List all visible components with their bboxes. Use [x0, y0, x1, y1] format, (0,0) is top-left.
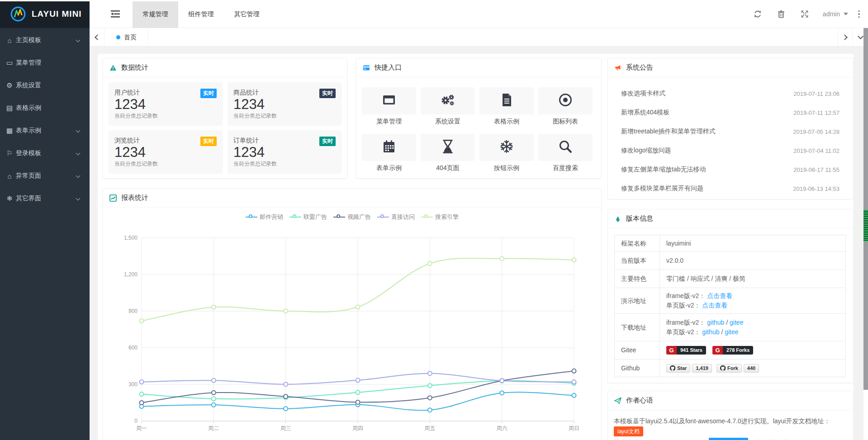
- tabs-scroll-left[interactable]: [90, 28, 104, 47]
- github-count[interactable]: 1,419: [692, 364, 712, 373]
- legend-marker: [377, 214, 389, 220]
- report-chart: 03006009001,2001,500周一周二周三周四周五周六周日: [103, 220, 602, 440]
- svg-text:周六: 周六: [497, 425, 508, 431]
- quick-search-button[interactable]: [538, 134, 593, 161]
- sidebar-item-5[interactable]: ▦ 表单示例: [0, 119, 90, 142]
- chevron-down-icon: [76, 196, 81, 201]
- version-row-2: 当前版本v2.0.0: [615, 252, 846, 270]
- logo[interactable]: LAYUI MINI: [0, 0, 90, 28]
- version-label: 下载地址: [615, 314, 660, 341]
- quick-label: 404页面: [421, 164, 475, 172]
- stat-value: 1234: [233, 147, 336, 158]
- github-count[interactable]: 440: [744, 364, 759, 373]
- stat-caption: 当前分类总记录数: [233, 160, 336, 168]
- announcement-item-1[interactable]: 修改选项卡样式 2019-07-11 23:06: [608, 84, 853, 103]
- version-value: v2.0.0: [666, 257, 683, 264]
- caret-down-icon: [844, 13, 848, 18]
- sidebar-item-2[interactable]: ▭ 菜单管理: [0, 52, 90, 74]
- announcement-item-3[interactable]: 新增treetable插件和菜单管理样式 2019-07-05 14:28: [608, 122, 853, 141]
- announcement-date: 2019-07-05 14:28: [793, 128, 840, 135]
- snowflake-icon: [499, 139, 514, 156]
- gitee-badge[interactable]: G278 Forks: [712, 346, 753, 355]
- announcement-item-2[interactable]: 新增系统404模板 2019-07-11 12:57: [608, 103, 853, 122]
- version-icon: [614, 215, 621, 222]
- github-star-button[interactable]: Star: [666, 364, 690, 373]
- quick-file-text-button[interactable]: [479, 87, 534, 114]
- announcement-item-5[interactable]: 修复左侧菜单缩放tab无法移动 2019-06-17 11:55: [608, 160, 853, 179]
- version-links-line: 单页版-v2： 点击查看: [666, 301, 845, 310]
- card-version: 版本信息 框架名称layuimini当前版本v2.0.0主要特色零门槛 / 响应…: [607, 209, 854, 383]
- version-value: 零门槛 / 响应式 / 清爽 / 极简: [666, 275, 745, 282]
- link-github[interactable]: github: [702, 328, 719, 336]
- home-icon: ⌂: [6, 172, 13, 180]
- sidebar-item-3[interactable]: ⚙ 系统设置: [0, 74, 90, 97]
- version-label: 框架名称: [615, 235, 660, 252]
- chevron-down-icon: [76, 151, 81, 156]
- link-gitee[interactable]: gitee: [725, 328, 738, 336]
- github-fork-button[interactable]: Fork: [716, 364, 742, 373]
- sidebar-menu: ⌂ 主页模板▭ 菜单管理⚙ 系统设置▤ 表格示例▦ 表单示例⚐ 登录模板⌂ 异常…: [0, 29, 90, 210]
- stat-box-1: 用户统计 实时 1234 当前分类总记录数: [109, 82, 223, 126]
- version-row-1: 框架名称layuimini: [615, 235, 846, 252]
- announcement-text: 修改logo缩放问题: [621, 147, 671, 155]
- svg-text:900: 900: [128, 308, 138, 314]
- user-name: admin: [823, 10, 840, 18]
- quick-gears-button[interactable]: [421, 87, 475, 114]
- card-quick-entry-title: 快捷入口: [375, 63, 402, 72]
- scrollbar-thumb[interactable]: [863, 210, 868, 241]
- fullscreen-icon[interactable]: [800, 9, 809, 19]
- refresh-icon[interactable]: [753, 9, 762, 19]
- quick-dot-circle-button[interactable]: [538, 87, 593, 114]
- quick-hourglass-button[interactable]: [421, 134, 475, 161]
- sidebar-item-label: 其它界面: [16, 194, 41, 203]
- quick-calendar-button[interactable]: [362, 134, 416, 161]
- announcement-text: 新增treetable插件和菜单管理样式: [621, 128, 715, 136]
- card-announcements-header: 系统公告: [608, 58, 853, 77]
- sidebar-item-4[interactable]: ▤ 表格示例: [0, 97, 90, 119]
- announcement-date: 2019-07-11 23:06: [793, 90, 840, 97]
- card-report-title: 报表统计: [121, 194, 148, 202]
- window-icon: ▭: [6, 59, 13, 67]
- quick-snowflake-button[interactable]: [479, 134, 534, 161]
- more-menu-icon[interactable]: [858, 10, 860, 18]
- stat-box-2: 商品统计 实时 1234 当前分类总记录数: [228, 82, 342, 126]
- header-tab-3[interactable]: 其它管理: [224, 0, 270, 28]
- gitee-badge[interactable]: G941 Stars: [666, 346, 706, 355]
- sidebar-item-8[interactable]: ❄ 其它界面: [0, 187, 90, 210]
- sidebar-item-7[interactable]: ⌂ 异常页面: [0, 165, 90, 187]
- collapse-sidebar-icon[interactable]: [110, 9, 121, 19]
- link-gitee[interactable]: gitee: [730, 319, 743, 326]
- version-row-3: 主要特色零门槛 / 响应式 / 清爽 / 极简: [615, 270, 846, 288]
- chevron-down-icon: [76, 174, 81, 178]
- svg-text:0: 0: [134, 418, 138, 424]
- version-links-line: 单页版-v2： github / gitee: [666, 327, 845, 337]
- header-tab-2[interactable]: 组件管理: [178, 0, 224, 28]
- announcement-item-6[interactable]: 修复多模块菜单栏展开有问题 2019-06-13 14:53: [608, 179, 853, 198]
- chevron-down-icon: [76, 128, 81, 133]
- quick-label: 菜单管理: [362, 118, 416, 126]
- quick-window-button[interactable]: [362, 87, 416, 114]
- layui-doc-button[interactable]: layui文档: [614, 426, 643, 436]
- announcement-list: 修改选项卡样式 2019-07-11 23:06新增系统404模板 2019-0…: [608, 84, 853, 198]
- clear-cache-icon[interactable]: [777, 9, 786, 19]
- card-author-title: 作者心语: [626, 396, 653, 405]
- stat-caption: 当前分类总记录数: [233, 112, 336, 120]
- scrollbar[interactable]: [863, 28, 868, 440]
- link-github[interactable]: github: [707, 319, 724, 326]
- flag-icon: ⚐: [6, 149, 13, 157]
- tabs-scroll-right[interactable]: [838, 28, 852, 47]
- svg-text:周四: 周四: [352, 425, 363, 431]
- stat-caption: 当前分类总记录数: [114, 160, 217, 168]
- qq-join-button[interactable]: 加入QQ群: [709, 438, 748, 440]
- card-report-header: 报表统计: [103, 189, 601, 208]
- calendar-icon: [382, 139, 396, 156]
- sidebar-item-1[interactable]: ⌂ 主页模板: [0, 29, 90, 52]
- header-tab-1[interactable]: 常规管理: [133, 0, 178, 28]
- announcement-item-4[interactable]: 修改logo缩放问题 2019-07-04 11:02: [608, 141, 853, 160]
- link-点击查看[interactable]: 点击查看: [707, 292, 732, 299]
- user-menu[interactable]: admin: [823, 10, 848, 18]
- link-点击查看[interactable]: 点击查看: [702, 302, 727, 309]
- tab-bar: 首页: [90, 28, 868, 47]
- tab-home[interactable]: 首页: [105, 28, 148, 47]
- sidebar-item-6[interactable]: ⚐ 登录模板: [0, 142, 90, 165]
